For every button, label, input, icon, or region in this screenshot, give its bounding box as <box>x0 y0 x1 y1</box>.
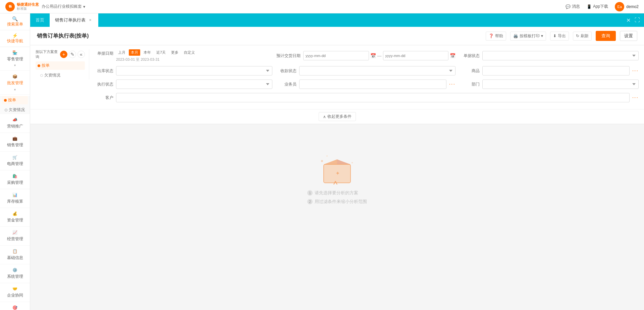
svg-point-7 <box>321 160 323 162</box>
tab-sales-exec[interactable]: 销售订单执行表 × <box>50 13 98 27</box>
step-1-icon: 1 <box>307 190 313 196</box>
collapse-sidebar-button[interactable]: « <box>77 51 85 58</box>
expected-date-start-input[interactable] <box>303 51 369 60</box>
sidebar-item-finance[interactable]: 💰 资金管理 <box>0 208 30 227</box>
refresh-button[interactable]: ↻ 刷新 <box>573 32 592 41</box>
customer-input[interactable] <box>116 93 630 102</box>
salesperson-field: 业务员 ··· <box>276 80 455 89</box>
export-icon: ⬇ <box>553 34 556 38</box>
sidebar-item-ecommerce[interactable]: 🛒 电商管理 <box>0 152 30 170</box>
header-left: 畅 畅捷通好生意 标准版 办公用品行业模拟账套 ▾ <box>5 2 85 11</box>
dropdown-icon: ▾ <box>541 34 543 38</box>
salesperson-input[interactable] <box>299 80 446 89</box>
collapse-more-button[interactable]: ∧ 收起更多条件 <box>319 112 356 121</box>
sidebar: 🔍 搜索菜单 ⚡ 快捷导航 🏪 零售管理 ▾ 📦 批发管理 ▴ 按单 欠资情况 <box>0 13 30 310</box>
enterprise-icon: 🤝 <box>12 287 17 291</box>
sidebar-item-sales[interactable]: 💼 销售管理 <box>0 133 30 152</box>
filter-row-1: 单据日期 上月 本月 本年 近7天 更多 自定义 <box>93 49 639 62</box>
svg-marker-2 <box>337 159 351 164</box>
order-status-select[interactable] <box>482 51 639 60</box>
chevron-down-icon: ▾ <box>14 63 16 67</box>
date-tab-last-month[interactable]: 上月 <box>116 49 127 56</box>
customer-more-icon[interactable]: ··· <box>632 95 639 101</box>
sidebar-subitem-debt[interactable]: 欠资情况 <box>3 106 30 114</box>
tab-close-window-button[interactable]: ✕ <box>625 16 632 25</box>
tab-home[interactable]: 首页 <box>30 13 50 27</box>
empty-text-2: 2 用过滤条件来缩小分析范围 <box>307 199 367 205</box>
export-button[interactable]: ⬇ 导出 <box>550 32 569 41</box>
department-label: 部门 <box>460 82 480 87</box>
sidebar-item-inventory[interactable]: 📊 库存核算 <box>0 189 30 208</box>
collapse-row: ∧ 收起更多条件 <box>30 109 644 124</box>
payment-status-field: 收款状态 <box>276 66 455 75</box>
sidebar-item-wholesale[interactable]: 📦 批发管理 ▴ <box>0 71 30 95</box>
main-layout: 🔍 搜索菜单 ⚡ 快捷导航 🏪 零售管理 ▾ 📦 批发管理 ▴ 按单 欠资情况 <box>0 13 644 310</box>
product-field: 商品 ··· <box>460 66 639 75</box>
add-plan-button[interactable]: + <box>60 51 67 58</box>
query-button[interactable]: 查询 <box>596 31 616 41</box>
payment-status-select[interactable] <box>299 66 455 75</box>
double-left-icon: « <box>80 52 83 57</box>
product-label: 商品 <box>460 68 480 74</box>
system-icon: ⚙️ <box>12 268 17 272</box>
plan-item-press-order[interactable]: 按单 <box>36 61 85 70</box>
top-header: 畅 畅捷通好生意 标准版 办公用品行业模拟账套 ▾ 💬 消息 📱 App下载 E… <box>0 0 644 13</box>
date-tab-more[interactable]: 更多 <box>169 49 180 56</box>
department-field: 部门 <box>460 80 639 89</box>
edit-plan-button[interactable]: ✎ <box>69 51 76 58</box>
tab-close-button[interactable]: × <box>88 17 93 23</box>
logo-icon: 畅 <box>5 2 15 11</box>
tab-maximize-button[interactable]: ⛶ <box>633 16 641 24</box>
message-button[interactable]: 💬 消息 <box>566 4 580 9</box>
page-header: 销售订单执行表(按单) ❓ 帮助 🖨️ 按模板打印 ▾ ⬇ 导出 <box>30 27 644 45</box>
user-menu[interactable]: Ea demo2 <box>615 2 639 11</box>
plan-subitem-debt[interactable]: 欠资情况 <box>38 71 85 80</box>
product-input[interactable] <box>482 66 630 75</box>
order-status-field: 单据状态 <box>460 49 639 62</box>
ship-status-select[interactable] <box>116 66 272 75</box>
finance-icon: 💰 <box>12 211 17 216</box>
template-print-button[interactable]: 🖨️ 按模板打印 ▾ <box>510 32 546 41</box>
sidebar-item-newuser[interactable]: 🎯 新手引导 <box>0 302 30 310</box>
salesperson-more-icon[interactable]: ··· <box>449 81 455 87</box>
sidebar-item-enterprise[interactable]: 🤝 企业协同 <box>0 283 30 302</box>
date-tab-custom[interactable]: 自定义 <box>182 49 197 56</box>
filter-header: 按以下方案查询 + ✎ « <box>30 45 644 109</box>
department-select[interactable] <box>482 80 639 89</box>
date-tab-current-month[interactable]: 本月 <box>129 49 140 56</box>
settings-button[interactable]: 设置 <box>620 31 637 41</box>
avatar: Ea <box>615 2 624 11</box>
chevron-up-icon: ▴ <box>14 87 16 91</box>
order-status-label: 单据状态 <box>460 53 480 59</box>
sidebar-quicknav[interactable]: ⚡ 快捷导航 <box>0 30 30 47</box>
calendar-end-icon[interactable]: 📅 <box>450 53 455 58</box>
help-button[interactable]: ❓ 帮助 <box>486 32 506 41</box>
filter-body: 单据日期 上月 本月 本年 近7天 更多 自定义 <box>93 49 639 105</box>
retail-icon: 🏪 <box>12 50 17 55</box>
expected-date-end-input[interactable] <box>383 51 449 60</box>
app-download-button[interactable]: 📱 App下载 <box>587 4 608 9</box>
product-more-icon[interactable]: ··· <box>632 68 639 74</box>
sidebar-subitem-press-order[interactable]: 按单 <box>2 96 28 104</box>
filter-row-3: 执行状态 业务员 ··· 部门 <box>93 80 639 89</box>
sidebar-item-retail[interactable]: 🏪 零售管理 ▾ <box>0 47 30 71</box>
exec-status-select[interactable] <box>116 80 272 89</box>
order-date-label: 单据日期 <box>93 49 113 56</box>
header-right: 💬 消息 📱 App下载 Ea demo2 <box>566 2 639 11</box>
logo-text: 畅捷通好生意 标准版 <box>17 2 39 11</box>
payment-status-label: 收款状态 <box>276 68 297 74</box>
sidebar-item-basic[interactable]: 📋 基础信息 <box>0 246 30 264</box>
sidebar-search[interactable]: 🔍 搜索菜单 <box>0 13 30 30</box>
sidebar-item-purchase[interactable]: 🛍️ 采购管理 <box>0 170 30 189</box>
active-plan-dot <box>38 64 40 67</box>
calendar-start-icon[interactable]: 📅 <box>370 53 376 58</box>
sidebar-item-system[interactable]: ⚙️ 系统管理 <box>0 264 30 283</box>
sidebar-item-operation[interactable]: 📈 经营管理 <box>0 227 30 246</box>
filter-panel: 按以下方案查询 + ✎ « <box>30 45 644 124</box>
sidebar-item-marketing[interactable]: 📣 营销推广 <box>0 114 30 133</box>
date-tab-7days[interactable]: 近7天 <box>154 49 168 56</box>
refresh-icon: ↻ <box>576 34 579 38</box>
date-tab-current-year[interactable]: 本年 <box>142 49 153 56</box>
plus-icon: + <box>62 52 65 57</box>
ship-status-label: 出库状态 <box>93 68 113 74</box>
